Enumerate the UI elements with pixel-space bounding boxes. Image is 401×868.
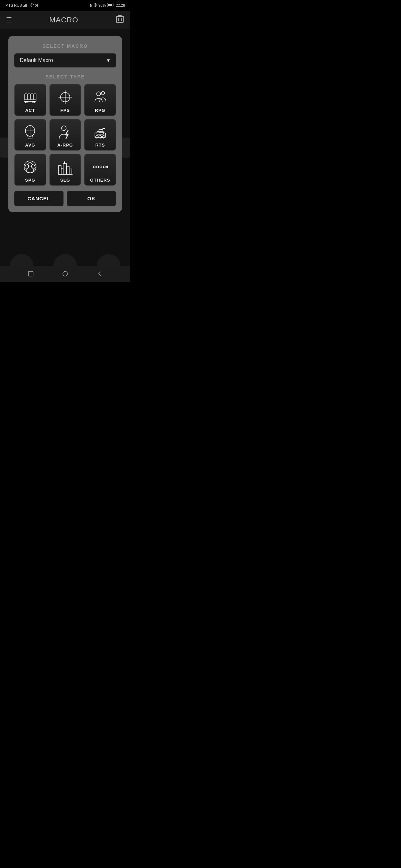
bottom-circle-center (54, 254, 77, 266)
svg-rect-40 (61, 168, 63, 174)
carrier-text: MTS RUS (5, 3, 22, 7)
svg-point-32 (99, 135, 102, 138)
rpg-label: RPG (95, 108, 105, 113)
svg-rect-2 (25, 4, 26, 7)
type-btn-arpg[interactable]: A-RPG (50, 119, 81, 151)
svg-rect-0 (23, 6, 24, 7)
svg-rect-27 (95, 133, 106, 137)
svg-rect-52 (28, 271, 33, 276)
menu-icon[interactable]: ☰ (6, 16, 12, 24)
nav-back-button[interactable] (96, 271, 103, 277)
svg-rect-42 (66, 166, 69, 174)
rts-icon (92, 123, 108, 142)
select-type-label: SELECT TYPE (15, 74, 116, 80)
others-icon (92, 158, 108, 176)
svg-rect-29 (99, 129, 103, 132)
trash-icon[interactable] (116, 14, 124, 26)
svg-rect-3 (26, 4, 27, 7)
svg-rect-9 (28, 94, 30, 100)
bg-area: SELECT MACRO Default Macro ▼ SELECT TYPE (0, 29, 130, 266)
cancel-button[interactable]: CANCEL (15, 191, 63, 206)
svg-rect-13 (25, 101, 28, 103)
bluetooth-icon (93, 3, 97, 8)
svg-marker-38 (27, 167, 33, 173)
status-left: MTS RUS Я (5, 3, 38, 8)
bottom-nav (0, 266, 130, 282)
spg-icon (22, 158, 38, 176)
signal-icon (23, 3, 28, 8)
type-btn-others[interactable]: OTHERS (84, 154, 116, 186)
type-btn-spg[interactable]: SPG (15, 154, 46, 186)
svg-point-47 (93, 166, 95, 168)
bottom-circle-right (97, 254, 120, 266)
svg-point-33 (102, 135, 105, 138)
svg-marker-36 (25, 164, 29, 169)
type-btn-slg[interactable]: SLG (50, 154, 81, 186)
svg-point-50 (103, 166, 105, 168)
svg-point-53 (63, 271, 67, 276)
type-btn-fps[interactable]: FPS (50, 84, 81, 116)
svg-point-18 (96, 92, 101, 96)
avg-icon (22, 123, 38, 142)
status-right: N 90% 22:28 (90, 3, 125, 8)
type-btn-rpg[interactable]: RPG (84, 84, 116, 116)
fps-label: FPS (60, 108, 70, 113)
svg-point-51 (107, 166, 108, 168)
side-handle-right (121, 137, 130, 158)
app-title: MACRO (50, 16, 79, 24)
type-grid: ACT FPS (15, 84, 116, 186)
type-btn-act[interactable]: ACT (15, 84, 46, 116)
status-bar: MTS RUS Я N 90% (0, 0, 130, 11)
select-macro-label: SELECT MACRO (15, 43, 116, 49)
act-icon (22, 88, 38, 106)
dialog-buttons: CANCEL OK (15, 191, 116, 206)
svg-rect-8 (25, 94, 27, 100)
svg-marker-37 (31, 164, 35, 169)
arpg-icon (57, 123, 73, 142)
app-bar: ☰ MACRO (0, 11, 130, 29)
yandex-icon: Я (35, 3, 38, 7)
battery-icon (107, 3, 114, 8)
fps-icon (57, 88, 73, 106)
svg-rect-23 (28, 137, 32, 139)
svg-rect-6 (108, 4, 112, 6)
type-btn-avg[interactable]: AVG (15, 119, 46, 151)
svg-rect-14 (32, 101, 35, 103)
rts-label: RTS (95, 143, 105, 148)
nav-circle-button[interactable] (62, 271, 68, 277)
side-handle-left (0, 137, 9, 158)
arpg-label: A-RPG (57, 143, 73, 148)
bottom-circle-left (10, 254, 33, 266)
svg-point-49 (100, 166, 102, 168)
svg-point-48 (96, 166, 98, 168)
nav-square-button[interactable] (27, 271, 34, 277)
chevron-down-icon: ▼ (106, 58, 111, 63)
macro-dropdown[interactable]: Default Macro ▼ (15, 54, 116, 67)
svg-rect-41 (63, 163, 66, 174)
svg-point-31 (95, 135, 98, 138)
rpg-icon (92, 88, 108, 106)
spg-label: SPG (25, 178, 35, 183)
svg-rect-39 (58, 165, 61, 174)
nfc-icon: N (90, 4, 92, 7)
svg-rect-43 (69, 169, 72, 174)
svg-point-4 (31, 7, 32, 7)
dialog: SELECT MACRO Default Macro ▼ SELECT TYPE (8, 36, 122, 212)
wifi-icon (29, 3, 34, 8)
type-btn-rts[interactable]: RTS (84, 119, 116, 151)
bottom-circles (0, 254, 130, 266)
act-label: ACT (25, 108, 35, 113)
svg-rect-11 (34, 94, 36, 100)
ok-button[interactable]: OK (67, 191, 116, 206)
avg-label: AVG (25, 143, 35, 148)
others-label: OTHERS (90, 178, 110, 183)
svg-line-30 (101, 128, 105, 129)
svg-point-26 (61, 126, 66, 130)
svg-point-19 (101, 91, 105, 95)
svg-rect-10 (31, 94, 33, 100)
dropdown-value: Default Macro (20, 57, 53, 63)
battery-percent: 90% (98, 3, 106, 7)
slg-icon (57, 158, 73, 176)
svg-rect-1 (24, 5, 25, 7)
slg-label: SLG (60, 178, 70, 183)
